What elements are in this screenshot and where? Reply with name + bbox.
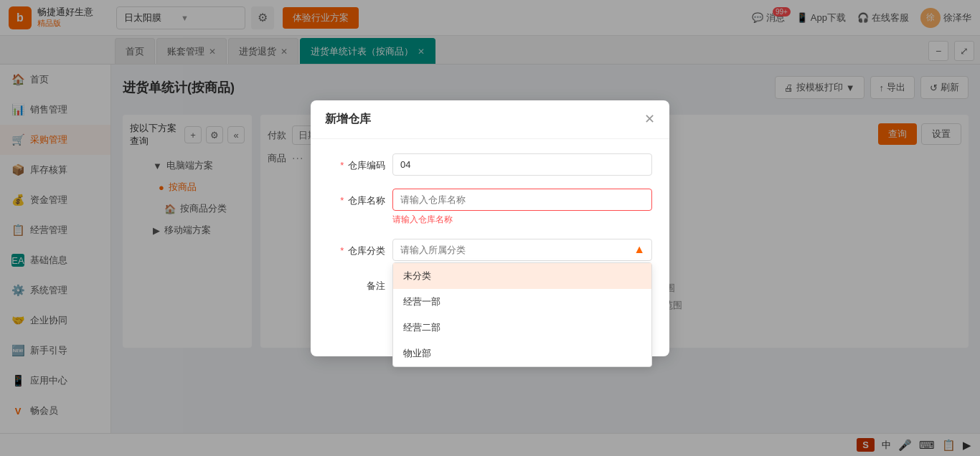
dropdown-item-0[interactable]: 未分类 — [393, 263, 651, 289]
modal-close-button[interactable]: ✕ — [644, 113, 655, 125]
category-chevron-up-icon[interactable]: ▲ — [633, 243, 645, 256]
warehouse-category-row: * 仓库分类 ▲ 未分类 经营一部 经营二部 物业部 — [328, 239, 652, 261]
category-dropdown: 未分类 经营一部 经营二部 物业部 — [392, 262, 652, 367]
warehouse-category-label: * 仓库分类 — [328, 239, 385, 257]
modal-overlay[interactable]: 新增仓库 ✕ * 仓库编码 * 仓库名称 — [0, 0, 980, 456]
warehouse-name-error: 请输入仓库名称 — [392, 214, 652, 226]
warehouse-name-input[interactable] — [392, 189, 652, 211]
dropdown-item-3[interactable]: 物业部 — [393, 341, 651, 366]
required-star-1: * — [340, 160, 344, 171]
required-star-3: * — [340, 245, 344, 256]
required-star-2: * — [340, 195, 344, 206]
remark-label: 备注 — [328, 274, 385, 293]
modal-body: * 仓库编码 * 仓库名称 请输入仓库名称 — [311, 139, 669, 296]
modal-title: 新增仓库 — [325, 112, 371, 127]
warehouse-name-label: * 仓库名称 — [328, 189, 385, 207]
warehouse-name-control: 请输入仓库名称 — [392, 189, 652, 226]
warehouse-code-label: * 仓库编码 — [328, 153, 385, 172]
dropdown-item-1[interactable]: 经营一部 — [393, 289, 651, 315]
warehouse-code-row: * 仓库编码 — [328, 153, 652, 176]
dropdown-item-2[interactable]: 经营二部 — [393, 315, 651, 341]
modal-header: 新增仓库 ✕ — [311, 100, 669, 139]
warehouse-category-input[interactable] — [392, 239, 652, 261]
warehouse-category-control: ▲ 未分类 经营一部 经营二部 物业部 — [392, 239, 652, 261]
add-warehouse-modal: 新增仓库 ✕ * 仓库编码 * 仓库名称 — [311, 100, 669, 356]
warehouse-name-row: * 仓库名称 请输入仓库名称 — [328, 189, 652, 226]
warehouse-code-control — [392, 153, 652, 176]
warehouse-code-input[interactable] — [392, 153, 652, 176]
